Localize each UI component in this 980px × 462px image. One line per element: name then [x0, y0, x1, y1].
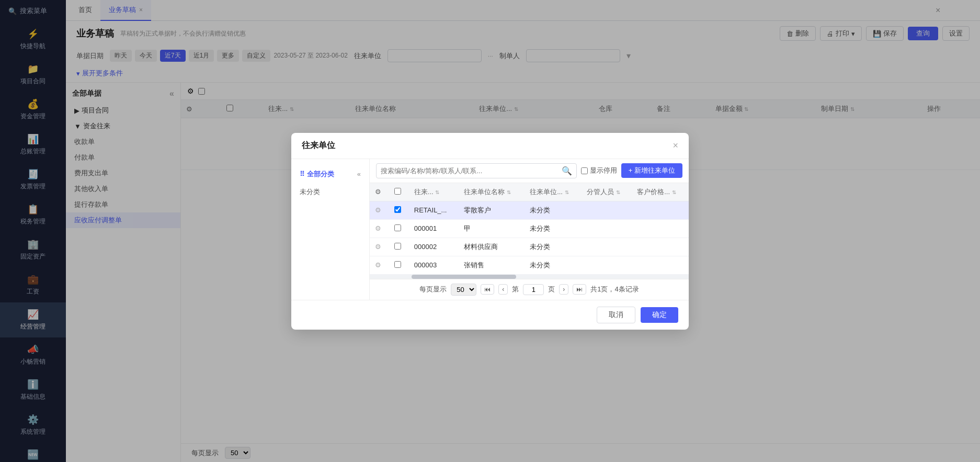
modal-th-manager: 分管人员 ⇅ — [582, 183, 632, 201]
modal-scrollbar-thumb[interactable] — [412, 275, 516, 279]
row-price-level — [632, 238, 689, 256]
modal-title: 往来单位 — [302, 140, 335, 151]
add-counterpart-button[interactable]: + 新增往来单位 — [621, 163, 682, 178]
row-category: 未分类 — [525, 201, 582, 219]
row-name: 张销售 — [459, 256, 525, 274]
modal-table-row[interactable]: ⚙ 000001 甲 未分类 — [370, 219, 689, 238]
modal-sort-name[interactable]: ⇅ — [507, 189, 511, 195]
row-category: 未分类 — [525, 238, 582, 256]
modal-search-input[interactable] — [381, 167, 559, 175]
counterpart-modal: 往来单位 × ⠿ 全部分类 « 未分类 🔍 — [291, 133, 689, 330]
show-disabled-checkbox[interactable] — [581, 167, 588, 174]
modal-table-row[interactable]: ⚙ RETAIL_... 零散客户 未分类 — [370, 201, 689, 219]
page-label: 第 — [512, 285, 519, 294]
modal-th-code: 往来... ⇅ — [409, 183, 459, 201]
modal-left-panel: ⠿ 全部分类 « 未分类 — [291, 159, 370, 300]
total-text: 共1页，4条记录 — [590, 285, 639, 294]
last-page-btn[interactable]: ⏭ — [573, 284, 586, 295]
row-manager — [582, 219, 632, 238]
modal-right-panel: 🔍 显示停用 + 新增往来单位 ⚙ — [370, 159, 689, 300]
modal-th-settings: ⚙ — [370, 183, 389, 201]
row-name: 材料供应商 — [459, 238, 525, 256]
row-code: 000002 — [409, 238, 459, 256]
row-check[interactable] — [389, 256, 409, 274]
row-code: 000003 — [409, 256, 459, 274]
row-category: 未分类 — [525, 219, 582, 238]
modal-footer: 取消 确定 — [291, 300, 689, 330]
row-settings: ⚙ — [370, 256, 389, 274]
row-check[interactable] — [389, 219, 409, 238]
row-settings: ⚙ — [370, 238, 389, 256]
first-page-btn[interactable]: ⏮ — [481, 284, 494, 295]
row-price-level — [632, 201, 689, 219]
search-icon-modal: 🔍 — [562, 166, 572, 176]
row-name: 甲 — [459, 219, 525, 238]
modal-th-check — [389, 183, 409, 201]
modal-sort-manager[interactable]: ⇅ — [616, 189, 620, 195]
per-page-select[interactable]: 50 — [451, 284, 476, 296]
modal-sort-category[interactable]: ⇅ — [565, 189, 569, 195]
row-price-level — [632, 219, 689, 238]
page-suffix: 页 — [548, 285, 555, 294]
modal-sort-price[interactable]: ⇅ — [672, 189, 676, 195]
show-disabled-label[interactable]: 显示停用 — [581, 166, 617, 175]
modal-table-row[interactable]: ⚙ 000002 材料供应商 未分类 — [370, 238, 689, 256]
row-code: 000001 — [409, 219, 459, 238]
row-check[interactable] — [389, 238, 409, 256]
modal-left-collapse-icon[interactable]: « — [357, 170, 361, 178]
row-check[interactable] — [389, 201, 409, 219]
modal-sort-code[interactable]: ⇅ — [435, 189, 439, 195]
modal-pagination: 每页显示 50 ⏮ ‹ 第 页 › ⏭ 共1页，4条记录 — [370, 279, 689, 300]
row-manager — [582, 238, 632, 256]
current-page-input[interactable] — [523, 284, 544, 295]
modal-table-wrapper: ⚙ 往来... ⇅ 往来单位名称 ⇅ — [370, 183, 689, 275]
modal-left-all-category[interactable]: ⠿ 全部分类 « — [291, 165, 369, 183]
modal-scrollbar[interactable] — [370, 275, 689, 279]
prev-page-btn[interactable]: ‹ — [498, 284, 508, 295]
row-settings: ⚙ — [370, 201, 389, 219]
modal-search-box[interactable]: 🔍 — [376, 163, 577, 178]
modal-toolbar: 🔍 显示停用 + 新增往来单位 — [370, 159, 689, 183]
modal-header-checkbox[interactable] — [394, 188, 401, 195]
row-manager — [582, 256, 632, 274]
row-code: RETAIL_... — [409, 201, 459, 219]
modal-close-button[interactable]: × — [673, 140, 678, 151]
row-settings: ⚙ — [370, 219, 389, 238]
modal-body: ⠿ 全部分类 « 未分类 🔍 显示停用 — [291, 159, 689, 300]
modal-table-header: ⚙ 往来... ⇅ 往来单位名称 ⇅ — [370, 183, 689, 201]
modal-th-name: 往来单位名称 ⇅ — [459, 183, 525, 201]
next-page-btn[interactable]: › — [559, 284, 568, 295]
modal-table-row[interactable]: ⚙ 000003 张销售 未分类 — [370, 256, 689, 274]
modal-table: ⚙ 往来... ⇅ 往来单位名称 ⇅ — [370, 183, 689, 275]
per-page-label: 每页显示 — [419, 285, 447, 294]
row-category: 未分类 — [525, 256, 582, 274]
row-manager — [582, 201, 632, 219]
modal-left-uncategorized[interactable]: 未分类 — [291, 183, 369, 201]
cancel-button[interactable]: 取消 — [597, 307, 635, 323]
modal-th-price: 客户价格... ⇅ — [632, 183, 689, 201]
grid-icon-modal: ⠿ — [300, 170, 305, 178]
confirm-button[interactable]: 确定 — [641, 307, 678, 323]
modal-header: 往来单位 × — [291, 133, 689, 159]
modal-th-category: 往来单位... ⇅ — [525, 183, 582, 201]
modal-overlay: 往来单位 × ⠿ 全部分类 « 未分类 🔍 — [0, 0, 980, 462]
row-price-level — [632, 256, 689, 274]
row-name: 零散客户 — [459, 201, 525, 219]
